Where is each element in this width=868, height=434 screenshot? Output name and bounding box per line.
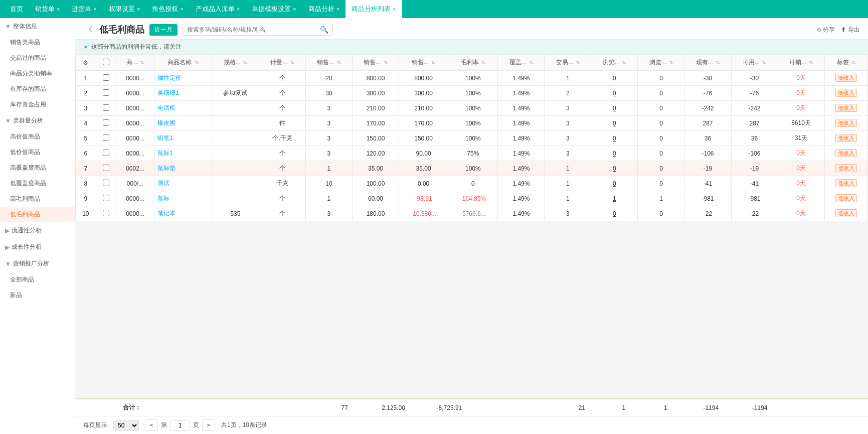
close-icon[interactable]: ×: [237, 6, 240, 12]
sidebar-item-low-margin[interactable]: 低毛利商品: [0, 207, 75, 222]
col-sales-qty[interactable]: 销售... ⇅: [305, 55, 352, 71]
close-icon[interactable]: ×: [93, 6, 96, 12]
col-view1[interactable]: 浏览... ⇅: [591, 55, 638, 71]
row-checkbox[interactable]: [96, 116, 116, 131]
sidebar-item-stocked-products[interactable]: 有库存的商品: [0, 81, 75, 97]
col-sales-price[interactable]: 销售... ⇅: [352, 55, 399, 71]
col-available[interactable]: 可用... ⇅: [731, 55, 778, 71]
sidebar-item-all-products[interactable]: 全部商品: [0, 272, 75, 287]
row-view1[interactable]: 0: [591, 206, 638, 221]
close-icon[interactable]: ×: [293, 6, 296, 12]
sidebar-item-high-margin[interactable]: 高毛利商品: [0, 191, 75, 207]
row-name[interactable]: 鼠标1: [154, 146, 212, 161]
row-checkbox[interactable]: [96, 176, 116, 191]
next-page-button[interactable]: ＞: [202, 419, 215, 431]
sidebar-item-traded-products[interactable]: 交易过的商品: [0, 50, 75, 66]
row-select-checkbox[interactable]: [103, 104, 109, 111]
sidebar-group-overall[interactable]: ▼ 整体信息: [0, 18, 75, 35]
row-checkbox[interactable]: [96, 86, 116, 101]
row-select-checkbox[interactable]: [103, 119, 109, 126]
row-select-checkbox[interactable]: [103, 150, 109, 156]
time-filter-button[interactable]: 近一月: [149, 24, 178, 36]
col-spec[interactable]: 规格... ⇅: [212, 55, 259, 71]
nav-item-permissions[interactable]: 权限设置 ×: [103, 0, 146, 18]
row-select-checkbox[interactable]: [103, 210, 109, 216]
col-name[interactable]: 商品名称 ⇅: [154, 55, 212, 71]
row-view1[interactable]: 0: [591, 161, 638, 176]
row-name[interactable]: 鼠标垫: [154, 161, 212, 176]
nav-item-home[interactable]: 首页: [4, 0, 29, 18]
row-name[interactable]: 测试: [154, 176, 212, 191]
row-checkbox[interactable]: [96, 71, 116, 86]
sidebar-group-marketing[interactable]: ▼ 营销推广分析: [0, 255, 75, 272]
row-select-checkbox[interactable]: [103, 74, 109, 81]
row-checkbox[interactable]: [96, 206, 116, 221]
search-icon[interactable]: 🔍: [320, 26, 328, 34]
page-input[interactable]: [170, 420, 190, 430]
per-page-select[interactable]: 50 100 200: [113, 420, 139, 431]
row-view1[interactable]: 0: [591, 176, 638, 191]
row-name[interactable]: 电话机: [154, 101, 212, 116]
row-checkbox[interactable]: [96, 101, 116, 116]
col-settings[interactable]: ⚙: [76, 55, 96, 71]
export-button[interactable]: ⬆ 导出: [841, 26, 860, 34]
sidebar-item-low-coverage[interactable]: 低覆盖度商品: [0, 176, 75, 191]
row-checkbox[interactable]: [96, 161, 116, 176]
row-name[interactable]: 铅笔1: [154, 131, 212, 146]
search-input[interactable]: [187, 26, 320, 33]
col-saleable[interactable]: 可销... ⇅: [778, 55, 824, 71]
row-view1[interactable]: 0: [591, 71, 638, 86]
row-name[interactable]: 属性定价: [154, 71, 212, 86]
row-view1[interactable]: 0: [591, 131, 638, 146]
prev-page-button[interactable]: ＜: [145, 419, 158, 431]
col-current-stock[interactable]: 现有... ⇅: [684, 55, 731, 71]
col-coverage[interactable]: 覆盖... ⇅: [498, 55, 545, 71]
sidebar-group-circulation[interactable]: ▶ 流通性分析: [0, 222, 75, 239]
nav-item-analysis-list[interactable]: 商品分析列表 ×: [345, 0, 402, 18]
sidebar-item-category-rate[interactable]: 商品分类助销率: [0, 66, 75, 81]
row-select-checkbox[interactable]: [103, 134, 109, 141]
sidebar-group-cluster[interactable]: ▼ 类群量分析: [0, 112, 75, 129]
nav-item-purchase[interactable]: 进货单 ×: [66, 0, 102, 18]
row-name[interactable]: 橡皮擦: [154, 116, 212, 131]
sidebar-item-high-value[interactable]: 高价值商品: [0, 129, 75, 144]
nav-item-analysis[interactable]: 商品分析 ×: [302, 0, 345, 18]
sidebar-group-growth[interactable]: ▶ 成长性分析: [0, 239, 75, 255]
col-sales-amount[interactable]: 销售... ⇅: [399, 55, 448, 71]
close-icon[interactable]: ×: [336, 6, 339, 12]
col-transaction[interactable]: 交易... ⇅: [545, 55, 591, 71]
col-checkbox[interactable]: [96, 55, 116, 71]
row-name[interactable]: 笔记本: [154, 206, 212, 221]
select-all-checkbox[interactable]: [103, 59, 109, 65]
row-checkbox[interactable]: [96, 191, 116, 206]
row-view1[interactable]: 1: [591, 191, 638, 206]
row-view1[interactable]: 0: [591, 101, 638, 116]
row-view1[interactable]: 0: [591, 116, 638, 131]
col-code[interactable]: 商... ⇅: [116, 55, 154, 71]
nav-item-template[interactable]: 单据模板设置 ×: [246, 0, 302, 18]
col-unit[interactable]: 计量... ⇅: [259, 55, 305, 71]
collapse-button[interactable]: 《: [83, 23, 94, 36]
row-name[interactable]: 吴细细1: [154, 86, 212, 101]
row-view1[interactable]: 0: [591, 86, 638, 101]
row-select-checkbox[interactable]: [103, 89, 109, 96]
sidebar-item-low-value[interactable]: 低价值商品: [0, 144, 75, 160]
nav-item-products[interactable]: 产成品入库单 ×: [190, 0, 246, 18]
sidebar-item-sales-products[interactable]: 销售类商品: [0, 35, 75, 50]
nav-item-roles[interactable]: 角色授权 ×: [146, 0, 189, 18]
sidebar-item-high-coverage[interactable]: 高覆盖度商品: [0, 160, 75, 176]
row-select-checkbox[interactable]: [103, 165, 109, 171]
close-icon[interactable]: ×: [393, 6, 396, 12]
col-view2[interactable]: 浏览... ⇅: [638, 55, 684, 71]
row-select-checkbox[interactable]: [103, 195, 109, 201]
row-view1[interactable]: 0: [591, 146, 638, 161]
sidebar-item-stock-capital[interactable]: 库存资金占用: [0, 97, 75, 112]
nav-item-sales[interactable]: 销货单 ×: [29, 0, 66, 18]
close-icon[interactable]: ×: [57, 6, 60, 12]
close-icon[interactable]: ×: [137, 6, 140, 12]
row-select-checkbox[interactable]: [103, 180, 109, 186]
row-checkbox[interactable]: [96, 131, 116, 146]
col-tag[interactable]: 标签 ⇅: [824, 55, 867, 71]
col-gross-margin[interactable]: 毛利率 ⇅: [448, 55, 498, 71]
sidebar-item-new-products[interactable]: 新品: [0, 287, 75, 303]
